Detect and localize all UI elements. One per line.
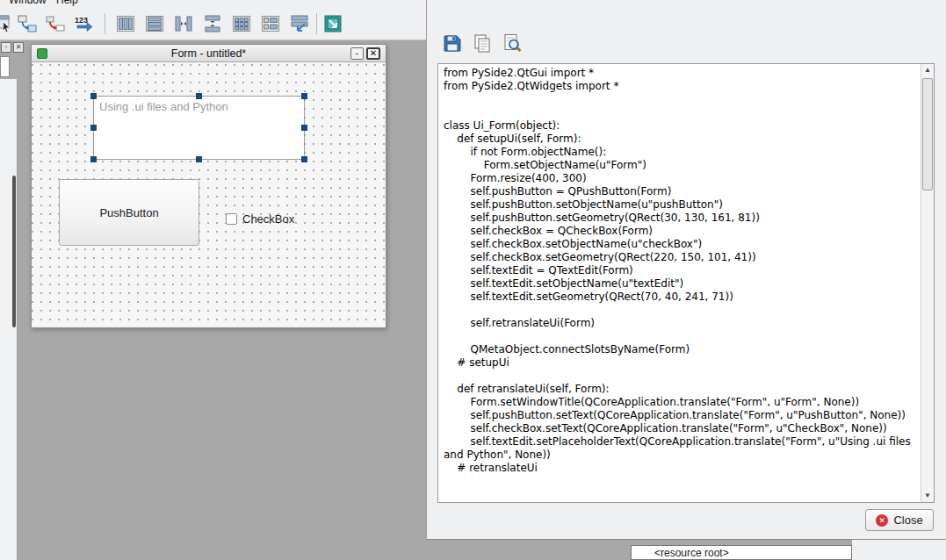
form-window-icon xyxy=(37,48,47,59)
layout-vertical-button[interactable] xyxy=(143,12,166,35)
code-scrollbar[interactable]: ▲ ▼ xyxy=(921,64,934,502)
layout-splitter-horizontal-icon xyxy=(173,13,194,34)
form-window-title: Form - untitled* xyxy=(32,47,386,60)
adjust-size-icon xyxy=(322,13,343,34)
widgetbox-panel-edge xyxy=(0,79,18,560)
edit-signals-slots-button[interactable] xyxy=(16,12,39,35)
selection-handle-top-middle[interactable] xyxy=(196,93,202,99)
edit-buddies-icon xyxy=(45,13,66,34)
layout-grid-button[interactable] xyxy=(230,12,253,35)
close-x-icon: ✕ xyxy=(876,514,888,527)
mdi-area: ▫ ✕ Form - untitled* - ✕ Using .ui files… xyxy=(0,40,426,560)
edit-signals-slots-icon xyxy=(17,13,38,34)
resource-panel-edge xyxy=(852,540,946,560)
widgetbox-scrollbar-handle[interactable] xyxy=(12,176,16,327)
scroll-down-icon[interactable]: ▼ xyxy=(921,490,934,502)
copy-icon xyxy=(472,32,493,54)
selection-handle-top-left[interactable] xyxy=(90,93,97,99)
close-dialog-button[interactable]: ✕ Close xyxy=(865,509,934,531)
qt-designer-screen: Window Help xyxy=(0,0,946,560)
pushbutton-widget[interactable]: PushButton xyxy=(59,179,199,246)
scroll-up-icon[interactable]: ▲ xyxy=(921,64,934,76)
code-text[interactable]: from PySide2.QtGui import * from PySide2… xyxy=(438,64,921,502)
break-layout-icon xyxy=(289,13,310,34)
resource-browser[interactable]: <resource root> xyxy=(631,545,852,560)
toolbar-separator xyxy=(105,13,105,34)
textedit-placeholder: Using .ui files and Python xyxy=(94,97,304,117)
layout-horizontal-button[interactable] xyxy=(114,12,137,35)
code-area: from PySide2.QtGui import * from PySide2… xyxy=(437,63,935,503)
selection-handle-middle-left[interactable] xyxy=(90,125,97,131)
widgetbox-filter-fragment[interactable] xyxy=(0,56,10,77)
checkbox-indicator[interactable] xyxy=(226,213,237,225)
selection-handle-top-right[interactable] xyxy=(301,93,307,99)
selection-handle-bottom-middle[interactable] xyxy=(196,156,202,162)
form-window-titlebar[interactable]: Form - untitled* - ✕ xyxy=(32,45,386,62)
dock-close-icon: ✕ xyxy=(16,43,22,51)
edit-tab-order-icon: 123 xyxy=(73,13,94,34)
main-toolbar: 123 xyxy=(0,8,426,40)
designer-form-window: Form - untitled* - ✕ Using .ui files and… xyxy=(31,44,386,328)
edit-widgets-button[interactable] xyxy=(0,12,14,35)
toolbar-separator xyxy=(316,13,317,34)
textedit-widget[interactable]: Using .ui files and Python xyxy=(93,96,305,160)
find-icon xyxy=(502,32,523,54)
layout-splitter-horizontal-button[interactable] xyxy=(172,12,195,35)
dock-float-icon: ▫ xyxy=(5,43,8,51)
layout-form-button[interactable] xyxy=(259,12,282,35)
layout-horizontal-icon xyxy=(115,13,136,34)
form-minimize-button[interactable]: - xyxy=(350,47,364,60)
adjust-size-button[interactable] xyxy=(321,12,344,35)
break-layout-button[interactable] xyxy=(288,12,311,35)
edit-widgets-icon xyxy=(0,13,13,34)
code-preview-dialog: from PySide2.QtGui import * from PySide2… xyxy=(426,0,946,540)
layout-vertical-icon xyxy=(144,13,165,34)
checkbox-widget[interactable]: CheckBox xyxy=(226,201,314,237)
menu-window-label: Window xyxy=(9,0,47,6)
menu-help[interactable]: Help xyxy=(56,0,78,6)
copy-button[interactable] xyxy=(471,32,494,54)
menu-window[interactable]: Window xyxy=(9,0,47,6)
pushbutton-label: PushButton xyxy=(99,206,158,219)
selection-handle-bottom-left[interactable] xyxy=(90,156,97,162)
bottom-strip: <resource root> xyxy=(426,540,946,560)
menubar: Window Help xyxy=(0,0,426,8)
resource-root-item[interactable]: <resource root> xyxy=(632,546,851,559)
form-close-button[interactable]: ✕ xyxy=(366,47,380,60)
form-canvas[interactable]: Using .ui files and Python PushButton Ch… xyxy=(32,62,386,327)
close-button-label: Close xyxy=(893,513,922,527)
layout-grid-icon xyxy=(231,13,252,34)
scrollbar-slider[interactable] xyxy=(922,78,933,190)
save-icon xyxy=(442,32,463,54)
layout-splitter-vertical-button[interactable] xyxy=(201,12,224,35)
dock-float-button[interactable]: ▫ xyxy=(1,42,11,53)
selection-handle-bottom-right[interactable] xyxy=(301,156,307,162)
selection-handle-middle-right[interactable] xyxy=(301,125,307,131)
svg-text:123: 123 xyxy=(75,16,88,25)
menu-help-label: Help xyxy=(56,0,78,6)
checkbox-label: CheckBox xyxy=(242,212,294,226)
edit-tab-order-button[interactable]: 123 xyxy=(72,12,95,35)
find-button[interactable] xyxy=(501,32,524,54)
dock-close-button[interactable]: ✕ xyxy=(13,42,24,53)
layout-splitter-vertical-icon xyxy=(202,13,223,34)
edit-buddies-button[interactable] xyxy=(44,12,67,35)
save-button[interactable] xyxy=(441,32,464,54)
layout-form-icon xyxy=(260,13,281,34)
